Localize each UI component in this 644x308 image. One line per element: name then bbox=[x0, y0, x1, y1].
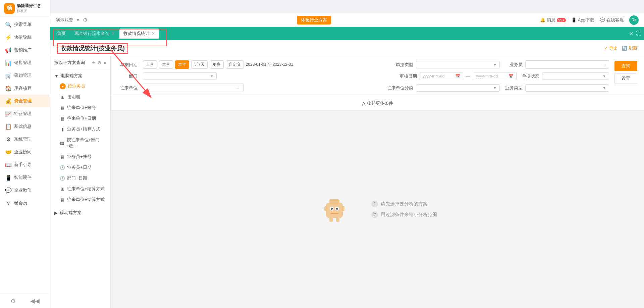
table-icon3: ▦ bbox=[60, 140, 65, 146]
dropdown-arrow-icon4: ▼ bbox=[493, 86, 497, 90]
panel-header-icons: + ⚙ « bbox=[92, 60, 106, 66]
sidebar-item-wechat[interactable]: 💬 企业微信 bbox=[0, 184, 50, 197]
date-this-month[interactable]: 本月 bbox=[159, 60, 173, 69]
bar-chart-icon: ▮ bbox=[60, 126, 65, 132]
date-custom[interactable]: 自定义 bbox=[226, 60, 244, 69]
sidebar-item-label: 系统管理 bbox=[14, 136, 32, 142]
sidebar-item-purchase[interactable]: 🛒 采购管理 bbox=[0, 69, 50, 82]
scheme-item-dept-date[interactable]: 🕐 部门+日期 bbox=[50, 173, 110, 184]
message-badge: 99+ bbox=[557, 18, 566, 22]
collapse-panel-icon[interactable]: « bbox=[104, 60, 106, 65]
scheme-item-unit-account[interactable]: ▦ 往来单位+账号 bbox=[50, 102, 110, 113]
collapse-button[interactable]: ⋀ 收起更多条件 bbox=[362, 98, 393, 109]
filter-area: 单据日期 上月 本月 本年 近7天 更多 自定义 2023-01-01 至 20… bbox=[111, 56, 644, 96]
scheme-label: 往来单位+日期 bbox=[67, 115, 96, 121]
user-avatar[interactable]: Rit bbox=[629, 15, 639, 25]
tab-close-all-icon[interactable]: ✕ bbox=[629, 31, 633, 37]
empty-tip-2: 2 用过滤条件来缩小分析范围 bbox=[371, 211, 437, 218]
quicknav-icon: ⚡ bbox=[5, 34, 11, 40]
date-7days[interactable]: 近7天 bbox=[191, 60, 208, 69]
empty-state: 1 请先选择要分析的方案 2 用过滤条件来缩小分析范围 bbox=[111, 111, 644, 308]
counterpart-input[interactable]: ··· bbox=[143, 84, 244, 92]
tab-bank-flow[interactable]: 现金银行流水查询 ✕ bbox=[70, 29, 119, 39]
salesperson-select[interactable]: ··· bbox=[525, 60, 609, 69]
business-type-select[interactable]: ▼ bbox=[525, 84, 609, 92]
sidebar-item-label: 资金管理 bbox=[14, 98, 32, 104]
scheme-item-salesperson-date[interactable]: 🕐 业务员+日期 bbox=[50, 162, 110, 173]
search-button[interactable]: 查询 bbox=[614, 61, 637, 71]
review-date-start[interactable]: yyyy-mm-dd 📅 bbox=[420, 72, 463, 80]
purchase-icon: 🛒 bbox=[5, 72, 11, 79]
sidebar-item-hardware[interactable]: 📱 智能硬件 bbox=[0, 171, 50, 184]
review-date-end[interactable]: yyyy-mm-dd 📅 bbox=[473, 72, 517, 80]
svg-rect-8 bbox=[342, 206, 344, 211]
tab-maximize-icon[interactable]: ⛶ bbox=[636, 31, 641, 37]
doc-status-select[interactable]: ▼ bbox=[542, 72, 609, 80]
dropdown-icon[interactable]: ▼ bbox=[76, 17, 80, 22]
sidebar-item-system[interactable]: ⚙ 系统管理 bbox=[0, 133, 50, 146]
add-scheme-icon[interactable]: + bbox=[92, 60, 95, 66]
tab-collection-stats[interactable]: 收款情况统计 ✕ bbox=[119, 29, 159, 39]
sidebar-item-marketing[interactable]: 📢 营销推广 bbox=[0, 44, 50, 56]
dept-select[interactable]: ▼ bbox=[143, 72, 217, 80]
scheme-group-pc-title[interactable]: ▼ 电脑端方案 bbox=[50, 71, 110, 81]
top-bar-left: 演示账套 ▼ ⚙ bbox=[56, 17, 88, 23]
scheme-item-unit-date[interactable]: ▦ 往来单位+日期 bbox=[50, 113, 110, 124]
sidebar-item-search[interactable]: 🔍 搜索菜单 bbox=[0, 18, 50, 31]
settings-button[interactable]: 设置 bbox=[614, 73, 637, 84]
robot-illustration bbox=[318, 193, 351, 226]
counterpart-category-select[interactable]: ▼ bbox=[416, 84, 500, 92]
scheme-item-unit-settle2[interactable]: ▦ 往来单位+结算方式 bbox=[50, 194, 110, 205]
logo-area: 畅 畅捷通好生意 标准版 bbox=[0, 0, 50, 17]
sidebar-item-collab[interactable]: 🤝 企业协同 bbox=[0, 146, 50, 158]
scheme-item-salesperson-settle[interactable]: ▮ 业务员+结算方式 bbox=[50, 124, 110, 135]
scheme-item-unit-dept[interactable]: ▦ 按往来单位+部门+收... bbox=[50, 135, 110, 151]
scheme-group-mobile-title[interactable]: ▶ 移动端方案 bbox=[50, 208, 110, 218]
trial-button[interactable]: 体验行业方案 bbox=[297, 16, 331, 24]
sidebar-item-inventory[interactable]: 🏠 库存核算 bbox=[0, 82, 50, 95]
scheme-item-salesperson-account[interactable]: ▦ 业务员+账号 bbox=[50, 151, 110, 162]
sidebar-item-basic[interactable]: 📋 基础信息 bbox=[0, 120, 50, 133]
collapse-up-icon: ⋀ bbox=[362, 101, 366, 106]
sidebar-item-quicknav[interactable]: ⚡ 快捷导航 bbox=[0, 31, 50, 44]
doc-type-select[interactable]: ▼ bbox=[416, 61, 500, 68]
online-service-link[interactable]: 💬 在线客服 bbox=[600, 17, 624, 23]
sidebar-item-operations[interactable]: 📈 经营管理 bbox=[0, 107, 50, 120]
date-this-year[interactable]: 本年 bbox=[175, 60, 189, 69]
scheme-item-detail[interactable]: ⊞ 按明细 bbox=[50, 92, 110, 102]
export-button[interactable]: ↗ 导出 bbox=[604, 45, 618, 51]
robot-svg bbox=[318, 193, 351, 226]
page-title: 收款情况统计(按业务员) bbox=[57, 43, 128, 54]
app-download-link[interactable]: 📱 App下载 bbox=[571, 17, 594, 23]
logo-icon: 畅 bbox=[4, 3, 15, 14]
sidebar-collapse-icon[interactable]: ◀◀ bbox=[30, 297, 40, 305]
sidebar-item-label: 畅会员 bbox=[14, 200, 27, 206]
sidebar-settings-icon[interactable]: ⚙ bbox=[10, 297, 16, 305]
tab-close-bank[interactable]: ✕ bbox=[111, 31, 115, 36]
sidebar-item-sales[interactable]: 📊 销售管理 bbox=[0, 56, 50, 69]
action-buttons: 查询 设置 bbox=[614, 61, 637, 84]
scheme-label: 往来单位+结算方式 bbox=[67, 186, 105, 192]
scheme-item-salesperson[interactable]: ● 按业务员 bbox=[50, 81, 110, 92]
logo-badge: 标准版 bbox=[17, 9, 41, 13]
date-more[interactable]: 更多 bbox=[210, 60, 224, 69]
scheme-settings-icon[interactable]: ⚙ bbox=[97, 60, 102, 65]
scheme-item-unit-settle1[interactable]: ⊞ 往来单位+结算方式 bbox=[50, 184, 110, 194]
sidebar-item-label: 销售管理 bbox=[14, 60, 32, 66]
tab-close-collection[interactable]: ✕ bbox=[152, 31, 155, 36]
more-options-icon[interactable]: ··· bbox=[234, 85, 240, 90]
settings-icon[interactable]: ⚙ bbox=[83, 17, 88, 23]
scheme-label: 往来单位+结算方式 bbox=[67, 197, 105, 203]
svg-point-5 bbox=[336, 208, 338, 210]
refresh-button[interactable]: 🔄 刷新 bbox=[622, 45, 637, 51]
tab-bar: 首页 现金银行流水查询 ✕ 收款情况统计 ✕ ✕ ⛶ bbox=[50, 27, 644, 40]
sidebar: 畅 畅捷通好生意 标准版 🔍 搜索菜单 ⚡ 快捷导航 📢 营销推广 📊 销售管理… bbox=[0, 0, 50, 308]
tab-home[interactable]: 首页 bbox=[53, 31, 70, 37]
sidebar-item-guide[interactable]: 📖 新手引导 bbox=[0, 158, 50, 171]
sidebar-item-label: 基础信息 bbox=[14, 123, 32, 130]
messages-link[interactable]: 🔔 消息 99+ bbox=[540, 17, 566, 23]
date-last-month[interactable]: 上月 bbox=[143, 60, 157, 69]
sidebar-item-vip[interactable]: V 畅会员 bbox=[0, 197, 50, 209]
business-type-label: 业务类型 bbox=[502, 85, 523, 91]
sidebar-item-finance[interactable]: 💰 资金管理 bbox=[0, 95, 50, 107]
